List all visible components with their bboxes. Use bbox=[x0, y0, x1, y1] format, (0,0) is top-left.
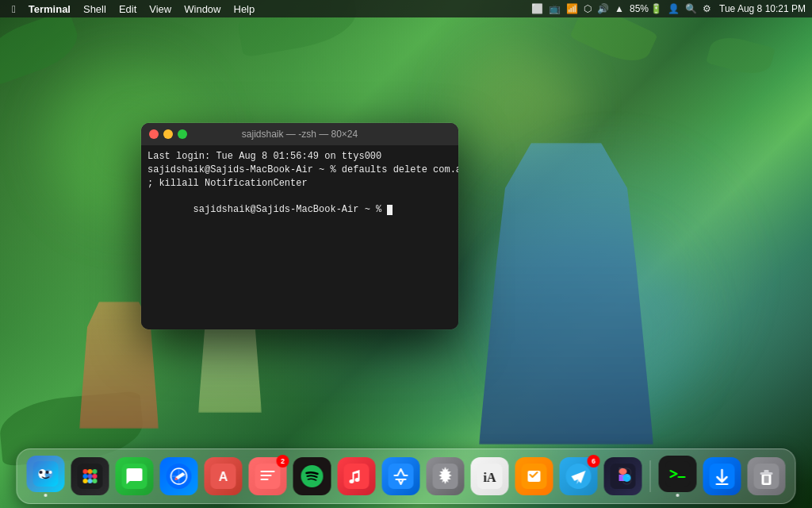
terminal-line-2: sajidshaik@Sajids-MacBook-Air ~ % defaul… bbox=[147, 164, 452, 177]
figma-icon bbox=[604, 457, 642, 495]
terminal-dock-icon bbox=[659, 456, 697, 492]
svg-point-4 bbox=[43, 471, 46, 474]
svg-point-15 bbox=[88, 479, 93, 483]
wifi-signal-icon: ▲ bbox=[615, 3, 624, 14]
menubar:  Terminal Shell Edit View Window Help ⬜… bbox=[0, 0, 812, 17]
svg-point-11 bbox=[83, 474, 88, 479]
svg-point-8 bbox=[83, 469, 88, 474]
terminal-titlebar: sajidshaik — -zsh — 80×24 bbox=[141, 123, 458, 145]
terminal-window[interactable]: sajidshaik — -zsh — 80×24 Last login: Tu… bbox=[141, 123, 458, 329]
svg-rect-30 bbox=[344, 464, 370, 489]
reminders-icon: 2 bbox=[249, 457, 287, 495]
svg-rect-27 bbox=[261, 479, 269, 480]
minimize-button[interactable] bbox=[163, 129, 173, 139]
terminal-line-1: Last login: Tue Aug 8 01:56:49 on ttys00… bbox=[147, 150, 452, 164]
terminal-line-3: ; killall NotificationCenter bbox=[147, 177, 452, 190]
svg-rect-26 bbox=[261, 475, 272, 476]
status-icons: ⬜ 📺 📶 ⬡ 🔊 ▲ 85% 🔋 👤 🔍 ⚙ bbox=[531, 3, 711, 14]
dock-item-safari[interactable] bbox=[159, 456, 200, 497]
svg-point-6 bbox=[49, 471, 52, 474]
telegram-badge: 6 bbox=[588, 455, 600, 468]
svg-rect-52 bbox=[764, 470, 769, 473]
telegram-icon: 6 bbox=[560, 457, 598, 495]
dock-item-ia[interactable]: iA bbox=[469, 456, 511, 497]
settings-icon bbox=[427, 457, 465, 495]
reminders-badge: 2 bbox=[277, 455, 289, 468]
dock-item-finder[interactable] bbox=[25, 456, 67, 497]
music-icon bbox=[338, 457, 376, 495]
dock-item-terminal[interactable] bbox=[657, 456, 699, 497]
dock-item-reminders[interactable]: 2 bbox=[247, 456, 289, 497]
dock-item-appstore[interactable] bbox=[381, 456, 422, 497]
safari-icon bbox=[160, 457, 198, 495]
dock-divider bbox=[650, 460, 651, 492]
edit-menu[interactable]: Edit bbox=[113, 0, 142, 17]
dock-item-figma[interactable] bbox=[603, 456, 644, 497]
menubar-left:  Terminal Shell Edit View Window Help bbox=[6, 0, 260, 17]
dock: A 2 bbox=[17, 448, 796, 504]
app-name-menu[interactable]: Terminal bbox=[23, 0, 76, 17]
clock: Tue Aug 8 10:21 PM bbox=[716, 3, 806, 14]
dock-item-telegram[interactable]: 6 bbox=[558, 456, 599, 497]
dock-item-music[interactable] bbox=[336, 456, 377, 497]
maximize-button[interactable] bbox=[178, 129, 187, 139]
svg-rect-25 bbox=[261, 471, 275, 472]
svg-text:A: A bbox=[219, 470, 228, 483]
dock-item-settings[interactable] bbox=[425, 456, 466, 497]
desktop:  Terminal Shell Edit View Window Help ⬜… bbox=[0, 0, 812, 508]
window-menu[interactable]: Window bbox=[178, 0, 226, 17]
apple-menu[interactable]:  bbox=[6, 0, 21, 17]
launchpad-icon bbox=[71, 457, 109, 495]
control-center-icon[interactable]: ⚙ bbox=[703, 3, 711, 14]
ia-icon: iA bbox=[471, 457, 509, 495]
terminal-line-4: sajidshaik@Sajids-MacBook-Air ~ % bbox=[147, 190, 452, 229]
terminal-dot bbox=[676, 494, 680, 497]
messages-icon bbox=[116, 457, 154, 495]
terminal-cursor bbox=[387, 205, 393, 215]
battery-container: 85% 🔋 bbox=[630, 3, 662, 14]
search-icon[interactable]: 🔍 bbox=[685, 3, 697, 14]
finder-dot bbox=[44, 494, 48, 497]
dock-item-altstore[interactable]: A bbox=[203, 456, 244, 497]
screen-icon: ⬜ bbox=[531, 3, 543, 14]
svg-point-3 bbox=[40, 471, 43, 474]
tasks-icon bbox=[515, 457, 553, 495]
svg-point-14 bbox=[83, 479, 88, 483]
user-icon: 👤 bbox=[668, 3, 680, 14]
bluetooth-icon: ⬡ bbox=[584, 3, 592, 14]
svg-point-5 bbox=[46, 471, 49, 474]
dock-item-launchpad[interactable] bbox=[70, 456, 111, 497]
svg-point-9 bbox=[88, 469, 93, 474]
terminal-body[interactable]: Last login: Tue Aug 8 01:56:49 on ttys00… bbox=[141, 145, 458, 329]
dock-item-spotify[interactable] bbox=[292, 456, 333, 497]
dock-item-tasks[interactable] bbox=[514, 456, 555, 497]
close-button[interactable] bbox=[149, 129, 159, 139]
volume-icon: 🔊 bbox=[597, 3, 609, 14]
menubar-right: ⬜ 📺 📶 ⬡ 🔊 ▲ 85% 🔋 👤 🔍 ⚙ Tue Aug 8 10:21 … bbox=[531, 3, 806, 14]
dock-item-trash[interactable] bbox=[746, 456, 787, 497]
wifi-icon: 📶 bbox=[566, 3, 578, 14]
svg-point-10 bbox=[93, 469, 98, 474]
appstore-icon bbox=[382, 457, 420, 495]
spotify-icon bbox=[293, 457, 331, 495]
downloads-icon bbox=[703, 457, 741, 495]
battery-percentage: 85% bbox=[630, 3, 649, 14]
trash-icon bbox=[748, 457, 786, 495]
traffic-lights bbox=[149, 129, 187, 139]
svg-rect-31 bbox=[389, 464, 414, 489]
dock-item-downloads[interactable] bbox=[702, 456, 743, 497]
view-menu[interactable]: View bbox=[144, 0, 177, 17]
wallpaper-character-main bbox=[479, 143, 653, 444]
altstore-icon: A bbox=[205, 457, 243, 495]
finder-icon bbox=[27, 456, 65, 492]
screenmirror-icon: 📺 bbox=[549, 3, 561, 14]
battery-icon: 🔋 bbox=[650, 3, 662, 14]
svg-point-13 bbox=[93, 474, 98, 479]
help-menu[interactable]: Help bbox=[228, 0, 261, 17]
shell-menu[interactable]: Shell bbox=[78, 0, 112, 17]
svg-text:iA: iA bbox=[484, 471, 496, 484]
svg-point-16 bbox=[93, 479, 98, 483]
terminal-title: sajidshaik — -zsh — 80×24 bbox=[242, 129, 358, 140]
dock-item-messages[interactable] bbox=[114, 456, 155, 497]
svg-point-12 bbox=[88, 474, 93, 479]
